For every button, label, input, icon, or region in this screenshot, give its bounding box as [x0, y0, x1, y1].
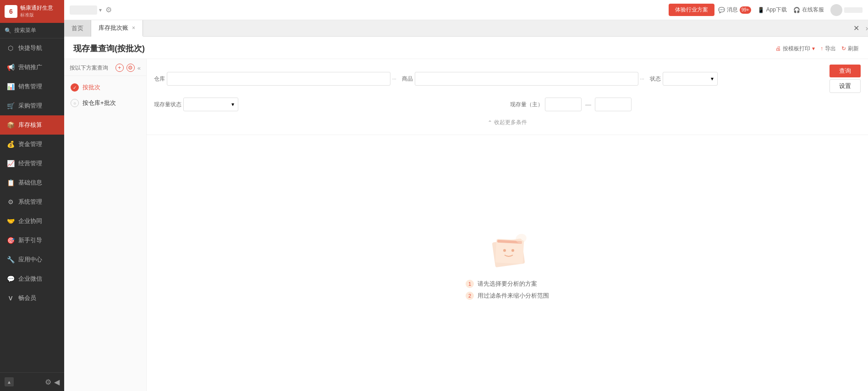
refresh-icon: ↻ — [841, 45, 846, 52]
settings-icon: ⚙ — [128, 65, 133, 71]
tip-text-2: 用过滤条件来缩小分析范围 — [478, 292, 549, 300]
scheme-dot: ○ — [71, 99, 79, 107]
collapse-more-btn[interactable]: ⌃ 收起更多条件 — [154, 116, 861, 129]
sidebar-item-wechat[interactable]: 💬 企业微信 — [0, 269, 64, 288]
warehouse-input[interactable] — [167, 72, 390, 86]
scheme-item-warehouse-batch[interactable]: ○ 按仓库+批次 — [64, 95, 146, 111]
print-chevron-icon: ▾ — [812, 45, 815, 52]
sidebar-item-marketing[interactable]: 📢 营销推广 — [0, 58, 64, 77]
app-download-icon: 📱 — [758, 7, 764, 13]
sidebar-item-appstore[interactable]: 🔧 应用中心 — [0, 250, 64, 269]
topbar-actions: 💬 消息 99+ 📱 App下载 🎧 在线客服 — [718, 4, 863, 16]
filter-row-1: 仓库 ··· 商品 ··· 状态 — [154, 65, 861, 93]
topbar-gear-icon[interactable]: ⚙ — [105, 5, 112, 14]
sidebar-item-operations[interactable]: 📈 经营管理 — [0, 154, 64, 173]
export-label: 导出 — [825, 45, 836, 53]
warehouse-field: 仓库 ··· — [154, 72, 396, 86]
stock-main-label: 现存量（主） — [510, 101, 543, 109]
sidebar: 6 畅康通好生意 标准版 🔍 搜索菜单 ⬡ 快捷导航 📢 营销推广 📊 销售管理… — [0, 0, 64, 391]
filter-settings-button[interactable]: 设置 — [830, 79, 861, 93]
stock-main-from-input[interactable] — [545, 98, 582, 111]
empty-svg-icon — [484, 227, 535, 277]
sidebar-item-sales[interactable]: 📊 销售管理 — [0, 77, 64, 96]
avatar — [830, 4, 842, 16]
status-chevron-icon: ▾ — [711, 76, 714, 82]
sidebar-search-area[interactable]: 🔍 搜索菜单 — [0, 23, 64, 38]
sidebar-item-newbie[interactable]: 🎯 新手引导 — [0, 231, 64, 250]
export-action[interactable]: ↑ 导出 — [820, 45, 836, 53]
page-title: 现存量查询(按批次) — [73, 43, 145, 54]
trial-btn[interactable]: 体验行业方案 — [669, 4, 714, 16]
status-select[interactable]: ▾ — [663, 72, 718, 86]
sidebar-item-enterprise[interactable]: 🤝 企业协同 — [0, 212, 64, 231]
scheme-item-label: 按仓库+批次 — [82, 99, 116, 107]
warehouse-more-btn[interactable]: ··· — [392, 76, 396, 81]
topbar: ▾ ⚙ 体验行业方案 💬 消息 99+ 📱 App下载 🎧 在线客服 — [64, 0, 868, 20]
sidebar-item-basics[interactable]: 📋 基础信息 — [0, 173, 64, 192]
app-download-label: App下载 — [766, 6, 787, 14]
basics-icon: 📋 — [6, 179, 15, 187]
username-placeholder — [844, 7, 863, 13]
sidebar-item-purchase[interactable]: 🛒 采购管理 — [0, 96, 64, 115]
sidebar-logo: 6 — [5, 5, 17, 18]
refresh-action[interactable]: ↻ 刷新 — [841, 45, 859, 53]
tab-home[interactable]: 首页 — [64, 20, 91, 37]
footer-settings-icon[interactable]: ⚙ — [45, 378, 51, 386]
search-icon: 🔍 — [5, 27, 11, 34]
sidebar-header: 6 畅康通好生意 标准版 — [0, 0, 64, 23]
sidebar-item-label: 营销推广 — [18, 63, 42, 71]
user-avatar-action[interactable] — [830, 4, 863, 16]
filter-buttons: 查询 设置 — [830, 65, 861, 93]
stock-main-field: 现存量（主） — — [510, 98, 861, 111]
tip-text-1: 请先选择要分析的方案 — [478, 280, 537, 288]
finance-icon: 💰 — [6, 140, 15, 148]
product-input[interactable] — [415, 72, 638, 86]
tip-num-1: 1 — [466, 280, 474, 288]
app-download-action[interactable]: 📱 App下载 — [758, 6, 787, 14]
breadcrumb-placeholder — [70, 5, 97, 15]
search-menu-label: 搜索菜单 — [14, 27, 36, 34]
sidebar-item-label: 应用中心 — [18, 255, 42, 264]
sidebar-app-name: 畅康通好生意 — [20, 5, 53, 12]
empty-tips: 1 请先选择要分析的方案 2 用过滤条件来缩小分析范围 — [466, 280, 549, 300]
scheme-item-batch[interactable]: ✓ 按批次 — [64, 80, 146, 95]
tabbar-close-button[interactable]: ✕ — [853, 24, 859, 33]
svg-point-4 — [511, 249, 514, 252]
online-service-action[interactable]: 🎧 在线客服 — [793, 6, 824, 14]
stock-status-chevron-icon: ▾ — [231, 101, 234, 108]
system-icon: ⚙ — [6, 198, 15, 206]
empty-state: 1 请先选择要分析的方案 2 用过滤条件来缩小分析范围 — [147, 135, 868, 391]
right-panel: 仓库 ··· 商品 ··· 状态 — [147, 59, 868, 391]
scheme-settings-btn[interactable]: ⚙ — [126, 64, 135, 72]
query-button[interactable]: 查询 — [830, 65, 861, 77]
main-area: ▾ ⚙ 体验行业方案 💬 消息 99+ 📱 App下载 🎧 在线客服 — [64, 0, 868, 391]
breadcrumb: ▾ — [70, 5, 102, 15]
panel-collapse-btn[interactable]: « — [137, 65, 141, 71]
sidebar-item-label: 企业微信 — [18, 275, 42, 283]
tab-active-label: 库存批次账 — [99, 24, 128, 32]
stock-main-to-input[interactable] — [595, 98, 632, 111]
product-more-btn[interactable]: ··· — [640, 76, 644, 81]
add-scheme-btn[interactable]: + — [115, 64, 124, 72]
sidebar-item-label: 基础信息 — [18, 179, 42, 187]
print-action[interactable]: 🖨 按模板打印 ▾ — [775, 45, 815, 53]
panel-title: 按以下方案查询 — [70, 64, 108, 72]
message-action[interactable]: 💬 消息 99+ — [718, 6, 751, 14]
tab-close-icon[interactable]: × — [132, 25, 135, 31]
sidebar-scroll-up-btn[interactable]: ▲ — [5, 377, 14, 386]
tab-home-label: 首页 — [71, 24, 83, 33]
sidebar-item-label: 销售管理 — [18, 82, 42, 91]
sidebar-item-inventory[interactable]: 📦 库存核算 — [0, 115, 64, 135]
sidebar-item-finance[interactable]: 💰 资金管理 — [0, 135, 64, 154]
stock-status-select[interactable]: ▾ — [183, 98, 238, 111]
sidebar-item-member[interactable]: V 畅会员 — [0, 288, 64, 308]
tab-inventory-batch[interactable]: 库存批次账 × — [91, 20, 143, 37]
sidebar-item-system[interactable]: ⚙ 系统管理 — [0, 192, 64, 212]
sidebar-item-label: 系统管理 — [18, 198, 42, 206]
tabbar-scroll-right-icon[interactable]: › — [866, 24, 868, 33]
status-field: 状态 ▾ — [650, 72, 819, 86]
search-menu-button[interactable]: 🔍 搜索菜单 — [5, 27, 60, 34]
footer-collapse-icon[interactable]: ◀ — [54, 378, 60, 386]
sidebar-item-quick-nav[interactable]: ⬡ 快捷导航 — [0, 38, 64, 58]
sidebar-nav: ⬡ 快捷导航 📢 营销推广 📊 销售管理 🛒 采购管理 📦 库存核算 💰 资金管… — [0, 38, 64, 372]
